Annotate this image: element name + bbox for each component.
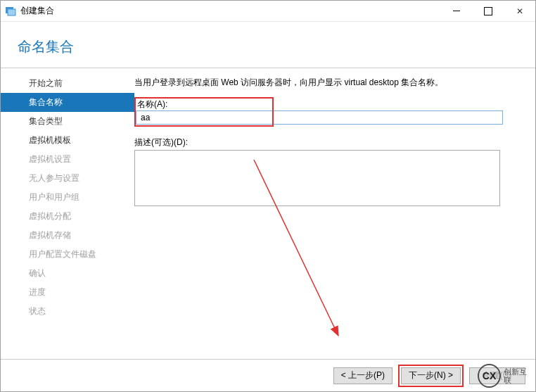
page-heading: 命名集合 bbox=[1, 22, 535, 68]
sidebar-item-progress: 进度 bbox=[1, 283, 134, 302]
close-button[interactable] bbox=[504, 1, 535, 21]
sidebar-item-users-groups: 用户和用户组 bbox=[1, 188, 134, 207]
wizard-footer: < 上一步(P) 下一步(N) > 创建(C) CX 创新互联 bbox=[1, 359, 535, 391]
description-textarea[interactable] bbox=[134, 150, 500, 206]
instruction-text: 当用户登录到远程桌面 Web 访问服务器时，向用户显示 virtual desk… bbox=[134, 77, 523, 89]
sidebar-item-status: 状态 bbox=[1, 302, 134, 321]
sidebar-item-vm-template[interactable]: 虚拟机模板 bbox=[1, 131, 134, 150]
wizard-body: 命名集合 开始之前 集合名称 集合类型 虚拟机模板 虚拟机设置 无人参与设置 用… bbox=[1, 22, 535, 391]
sidebar-item-collection-type[interactable]: 集合类型 bbox=[1, 112, 134, 131]
description-field-group: 描述(可选)(D): bbox=[134, 137, 523, 208]
create-button: 创建(C) bbox=[469, 367, 525, 384]
maximize-button[interactable] bbox=[472, 1, 504, 21]
name-field-group: 名称(A): bbox=[134, 97, 523, 128]
sidebar-item-unattended: 无人参与设置 bbox=[1, 169, 134, 188]
description-label: 描述(可选)(D): bbox=[134, 137, 523, 148]
sidebar-item-vm-storage: 虚拟机存储 bbox=[1, 226, 134, 245]
name-label: 名称(A): bbox=[137, 99, 167, 110]
window-controls bbox=[440, 1, 535, 21]
sidebar-item-profile-disk: 用户配置文件磁盘 bbox=[1, 245, 134, 264]
app-icon bbox=[5, 6, 16, 17]
wizard-window: 创建集合 命名集合 开始之前 集合名称 集合类型 虚拟机模板 虚拟机设置 无人参… bbox=[0, 0, 536, 392]
highlight-box-next: 下一步(N) > bbox=[398, 365, 464, 387]
name-input[interactable] bbox=[136, 110, 503, 125]
svg-rect-1 bbox=[8, 9, 15, 15]
sidebar-item-confirm: 确认 bbox=[1, 264, 134, 283]
sidebar-item-vm-assign: 虚拟机分配 bbox=[1, 207, 134, 226]
sidebar-item-before-start[interactable]: 开始之前 bbox=[1, 74, 134, 93]
minimize-button[interactable] bbox=[440, 1, 472, 21]
titlebar: 创建集合 bbox=[1, 1, 535, 22]
sidebar-item-collection-name[interactable]: 集合名称 bbox=[1, 93, 134, 112]
window-title: 创建集合 bbox=[20, 5, 440, 17]
content-area: 开始之前 集合名称 集合类型 虚拟机模板 虚拟机设置 无人参与设置 用户和用户组… bbox=[1, 68, 535, 359]
sidebar-item-vm-settings: 虚拟机设置 bbox=[1, 150, 134, 169]
next-button[interactable]: 下一步(N) > bbox=[401, 367, 461, 384]
wizard-sidebar: 开始之前 集合名称 集合类型 虚拟机模板 虚拟机设置 无人参与设置 用户和用户组… bbox=[1, 68, 134, 359]
previous-button[interactable]: < 上一步(P) bbox=[333, 367, 393, 384]
main-panel: 当用户登录到远程桌面 Web 访问服务器时，向用户显示 virtual desk… bbox=[134, 68, 535, 359]
